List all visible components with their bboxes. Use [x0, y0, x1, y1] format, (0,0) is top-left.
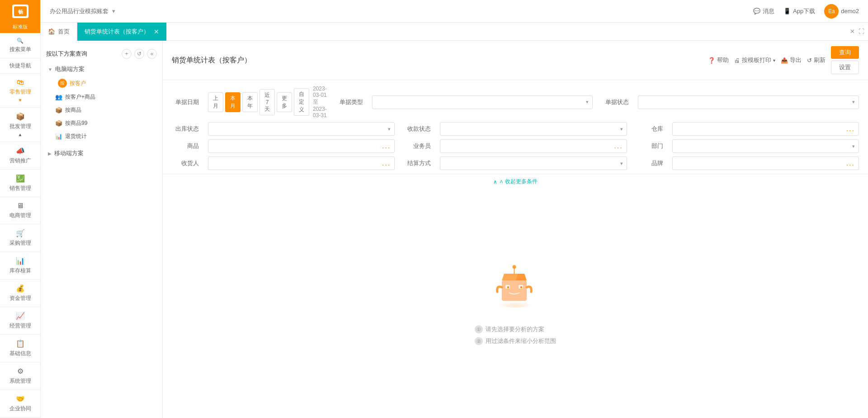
sidebar-item-system[interactable]: ⚙ 系统管理	[0, 362, 40, 390]
tab-close-icon[interactable]: ✕	[154, 28, 159, 35]
left-panel: 按以下方案查询 + ↺ « ▼ 电脑端方案 按 按客户 👥 按客户+商品	[41, 41, 163, 418]
tree-by-product99[interactable]: 📦 按商品99	[41, 117, 162, 130]
doc-status-arrow: ▾	[852, 99, 855, 105]
receiver-input[interactable]: ...	[208, 157, 395, 170]
salesman-label: 业务员	[404, 142, 431, 150]
product-input[interactable]: ...	[208, 139, 395, 153]
side-buttons: 查询 设置	[831, 46, 859, 74]
filter-row-3: 商品 ... 业务员 ... 部门 ▾	[172, 139, 859, 153]
system-icon: ⚙	[17, 367, 24, 375]
date-btn-this-year[interactable]: 本年	[242, 92, 258, 112]
brand-dots: ...	[846, 159, 855, 167]
receipt-status-arrow: ▾	[620, 126, 623, 132]
query-btn[interactable]: 查询	[831, 46, 859, 59]
sidebar-item-ecommerce[interactable]: 🖥 电商管理	[0, 197, 40, 224]
inventory-icon: 📊	[16, 256, 25, 265]
sidebar-search-menu[interactable]: 🔍 搜索菜单	[0, 33, 40, 58]
sidebar-item-wholesale[interactable]: 📦 批发管理 ▲	[0, 108, 40, 142]
warehouse-input[interactable]: ...	[672, 122, 859, 136]
date-btn-this-month[interactable]: 本月	[225, 92, 241, 112]
tree-return-stat[interactable]: 📊 退货统计	[41, 130, 162, 143]
sidebar-item-operations[interactable]: 📈 经营管理	[0, 307, 40, 335]
tree-by-customer-product[interactable]: 👥 按客户+商品	[41, 90, 162, 104]
quick-nav-label: 快捷导航	[9, 62, 31, 69]
main-wrapper: 办公用品行业模拟账套 ▾ 💬 消息 📱 App下载 Ea demo2 🏠 首页	[41, 0, 868, 418]
collapse-icon: ∧	[493, 179, 497, 185]
empty-hint-1: ① 请先选择要分析的方案	[475, 323, 556, 335]
salesman-input[interactable]: ...	[440, 139, 627, 153]
search-icon: 🔍	[17, 38, 24, 44]
enterprise-icon: 🤝	[16, 394, 25, 403]
purchase-icon: 🛒	[16, 229, 25, 238]
sidebar-item-sales[interactable]: 💹 销售管理	[0, 170, 40, 197]
sidebar-quick-nav[interactable]: 快捷导航	[0, 58, 40, 74]
tree-by-product[interactable]: 📦 按商品	[41, 104, 162, 117]
sidebar-item-inventory[interactable]: 📊 库存核算	[0, 252, 40, 280]
tree-by-customer[interactable]: 按 按客户	[41, 76, 162, 90]
date-btn-custom[interactable]: 自定义	[294, 88, 309, 116]
date-btn-last-month[interactable]: 上月	[208, 92, 223, 112]
brand-input[interactable]: ...	[672, 157, 859, 170]
svg-rect-6	[507, 286, 509, 288]
refresh-btn[interactable]: ↺ 刷新	[807, 56, 826, 64]
sales-icon: 💹	[16, 174, 25, 183]
window-maximize-icon[interactable]: ⛶	[859, 28, 864, 35]
collapse-panel-btn[interactable]: «	[147, 49, 157, 59]
refresh-scheme-btn[interactable]: ↺	[134, 49, 144, 59]
return-icon: 📊	[55, 133, 62, 140]
dept-label: 部门	[636, 142, 663, 150]
sidebar-item-label-marketing: 营销推广	[9, 157, 31, 165]
tab-sales-stat[interactable]: 销货单统计表（按客户） ✕	[77, 23, 167, 41]
message-action[interactable]: 💬 消息	[753, 7, 774, 15]
marketing-icon: 📣	[16, 147, 25, 155]
filter-row-1: 单据日期 上月 本月 本年 近7天 更多 自定义 2023-03-01 至 20…	[172, 86, 859, 119]
template-print-btn[interactable]: 🖨 按模板打印 ▾	[734, 56, 775, 64]
date-control: 上月 本月 本年 近7天 更多 自定义 2023-03-01 至 2023-03…	[208, 86, 327, 119]
customer-product-icon: 👥	[55, 94, 62, 100]
ecommerce-icon: 🖥	[17, 202, 24, 210]
doc-type-input[interactable]: ▾	[372, 95, 593, 109]
hint-num-2: ②	[475, 337, 483, 345]
empty-state: ① 请先选择要分析的方案 ② 用过滤条件来缩小分析范围	[163, 189, 868, 418]
tab-maximize-area: ✕ ⛶	[850, 28, 864, 35]
retail-icon: 🛍	[17, 78, 24, 86]
sidebar-item-marketing[interactable]: 📣 营销推广	[0, 142, 40, 170]
out-status-input[interactable]: ▾	[208, 122, 395, 136]
dept-arrow: ▾	[852, 143, 855, 149]
tab-home-label: 首页	[58, 28, 70, 36]
help-btn[interactable]: ❓ 帮助	[708, 56, 729, 64]
template-print-label: 按模板打印	[742, 56, 771, 64]
date-btn-7days[interactable]: 近7天	[259, 89, 275, 115]
date-range-text: 2023-03-01 至 2023-03-31	[313, 86, 327, 119]
download-label: App下载	[793, 7, 815, 15]
window-close-icon[interactable]: ✕	[850, 28, 855, 35]
hint-text-2: 用过滤条件来缩小分析范围	[486, 335, 556, 347]
collapse-label: ∧ 收起更多条件	[499, 178, 538, 185]
add-scheme-btn[interactable]: +	[122, 49, 132, 59]
dept-input[interactable]: ▾	[672, 139, 859, 153]
download-action[interactable]: 📱 App下载	[783, 7, 815, 15]
left-panel-actions: + ↺ «	[122, 49, 157, 59]
message-icon: 💬	[753, 8, 760, 14]
tab-home[interactable]: 🏠 首页	[41, 23, 77, 41]
desktop-section-label: 电脑端方案	[55, 65, 85, 73]
header-dropdown-arrow[interactable]: ▾	[112, 8, 115, 14]
sidebar-item-enterprise[interactable]: 🤝 企业协同	[0, 390, 40, 418]
date-btn-more[interactable]: 更多	[277, 92, 292, 112]
settings-btn[interactable]: 设置	[831, 61, 859, 74]
export-btn[interactable]: 📤 导出	[781, 56, 802, 64]
logo-icon: 畅	[12, 5, 28, 18]
home-icon: 🏠	[48, 28, 55, 35]
receiver-dots: ...	[382, 159, 391, 167]
sidebar-item-finance[interactable]: 💰 资金管理	[0, 280, 40, 307]
receipt-status-input[interactable]: ▾	[440, 122, 627, 136]
collapse-more-bar[interactable]: ∧ ∧ 收起更多条件	[163, 174, 868, 189]
doc-status-input[interactable]: ▾	[638, 95, 859, 109]
user-action[interactable]: Ea demo2	[824, 4, 859, 19]
settlement-input[interactable]: ▾	[440, 157, 627, 170]
sidebar-item-purchase[interactable]: 🛒 采购管理	[0, 224, 40, 252]
tree-mobile-section: ▶ 移动端方案	[41, 147, 162, 160]
sidebar-item-basicinfo[interactable]: 📋 基础信息	[0, 335, 40, 362]
sidebar-item-retail[interactable]: 🛍 零售管理 ▼	[0, 74, 40, 108]
sidebar-item-label-basicinfo: 基础信息	[9, 350, 31, 357]
